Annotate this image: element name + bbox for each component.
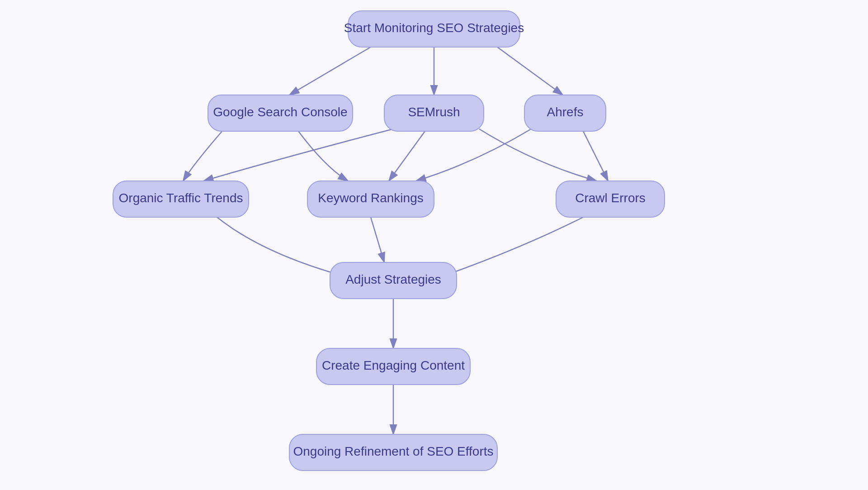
node-google-label: Google Search Console	[213, 105, 347, 119]
node-ahrefs-label: Ahrefs	[547, 105, 584, 119]
node-adjust-label: Adjust Strategies	[345, 272, 441, 286]
node-ongoing-label: Ongoing Refinement of SEO Efforts	[293, 444, 493, 458]
node-start-label: Start Monitoring SEO Strategies	[344, 21, 524, 35]
node-semrush-label: SEMrush	[408, 105, 460, 119]
node-crawl-label: Crawl Errors	[575, 191, 646, 205]
node-keyword-label: Keyword Rankings	[318, 191, 423, 205]
node-organic-label: Organic Traffic Trends	[119, 191, 243, 205]
node-content-label: Create Engaging Content	[322, 358, 465, 372]
